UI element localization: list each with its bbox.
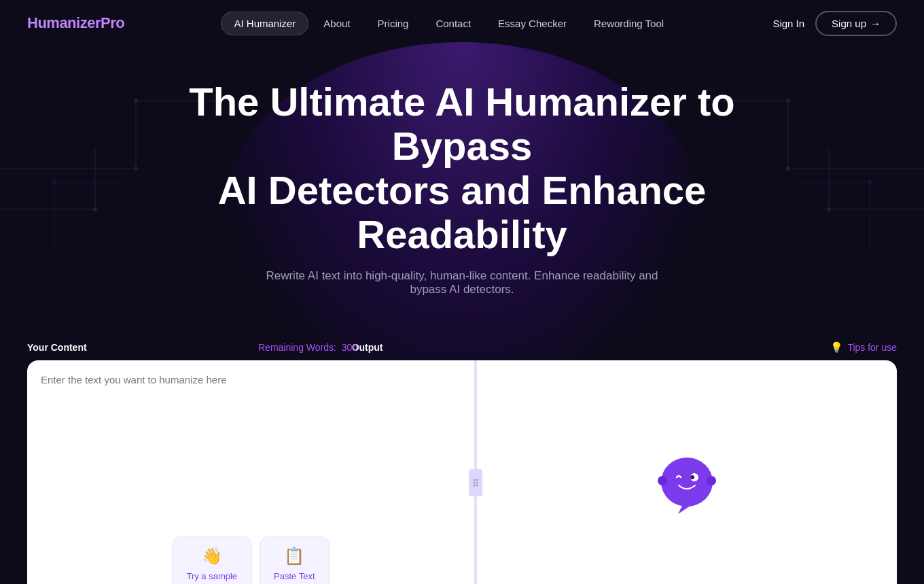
svg-point-4	[134, 99, 138, 103]
left-panel-label: Your Content	[27, 342, 87, 353]
divider-handle-icon	[473, 476, 478, 489]
svg-point-14	[786, 167, 790, 171]
svg-point-10	[52, 180, 56, 184]
svg-point-15	[786, 99, 790, 103]
panel-divider	[474, 360, 477, 584]
svg-point-22	[474, 479, 476, 481]
svg-point-26	[474, 484, 476, 486]
svg-point-33	[707, 476, 716, 485]
svg-point-32	[658, 476, 667, 485]
editor-header-row: Your Content Remaining Words: 300 Output…	[0, 341, 924, 360]
svg-point-21	[868, 180, 872, 184]
signup-button[interactable]: Sign up →	[815, 11, 897, 36]
logo-text-white: Humanizer	[27, 14, 101, 31]
tips-text: Tips for use	[847, 342, 897, 353]
nav-auth: Sign In Sign up →	[772, 11, 897, 36]
svg-point-27	[476, 484, 478, 486]
svg-point-29	[668, 461, 706, 499]
nav-pricing[interactable]: Pricing	[366, 12, 421, 35]
svg-point-24	[474, 481, 476, 483]
hero-title-line2: AI Detectors and Enhance Readability	[218, 168, 707, 256]
right-panel	[477, 360, 897, 584]
logo: HumanizerPro	[27, 14, 124, 32]
nav-rewording-tool[interactable]: Rewording Tool	[582, 12, 676, 35]
svg-point-23	[476, 479, 478, 481]
svg-point-31	[690, 475, 694, 479]
editor-container: 👋 Try a sample 📋 Paste Text	[27, 360, 897, 584]
navbar: HumanizerPro AI Humanizer About Pricing …	[0, 0, 924, 46]
hero-section: The Ultimate AI Humanizer to Bypass AI D…	[0, 46, 924, 341]
bot-mascot-icon	[656, 450, 717, 515]
svg-point-18	[827, 207, 831, 211]
paste-text-icon: 📋	[284, 547, 304, 566]
try-sample-button[interactable]: 👋 Try a sample	[172, 536, 251, 584]
signup-arrow-icon: →	[870, 18, 881, 29]
nav-contact[interactable]: Contact	[423, 12, 483, 35]
hero-title-line1: The Ultimate AI Humanizer to Bypass	[189, 80, 735, 168]
logo-text-purple: Pro	[101, 14, 124, 31]
hero-title: The Ultimate AI Humanizer to Bypass AI D…	[156, 80, 768, 257]
signup-label: Sign up	[832, 18, 866, 29]
left-panel: 👋 Try a sample 📋 Paste Text	[27, 360, 474, 584]
nav-links: AI Humanizer About Pricing Contact Essay…	[221, 12, 676, 35]
svg-point-7	[93, 207, 97, 211]
try-sample-icon: 👋	[202, 547, 222, 566]
paste-text-button[interactable]: 📋 Paste Text	[260, 536, 329, 584]
nav-ai-humanizer[interactable]: AI Humanizer	[221, 12, 308, 35]
tips-link[interactable]: 💡 Tips for use	[830, 341, 897, 354]
remaining-words-text: Remaining Words: 300	[258, 342, 357, 353]
try-sample-label: Try a sample	[186, 571, 237, 581]
hero-subtitle: Rewrite AI text into high-quality, human…	[258, 269, 666, 296]
nav-about[interactable]: About	[311, 12, 362, 35]
sample-buttons: 👋 Try a sample 📋 Paste Text	[172, 536, 329, 584]
svg-point-25	[476, 481, 478, 483]
paste-text-label: Paste Text	[274, 571, 315, 581]
tips-icon: 💡	[830, 341, 843, 354]
divider-handle[interactable]	[469, 469, 482, 496]
signin-button[interactable]: Sign In	[772, 18, 804, 29]
svg-point-3	[134, 167, 138, 171]
nav-essay-checker[interactable]: Essay Checker	[486, 12, 579, 35]
